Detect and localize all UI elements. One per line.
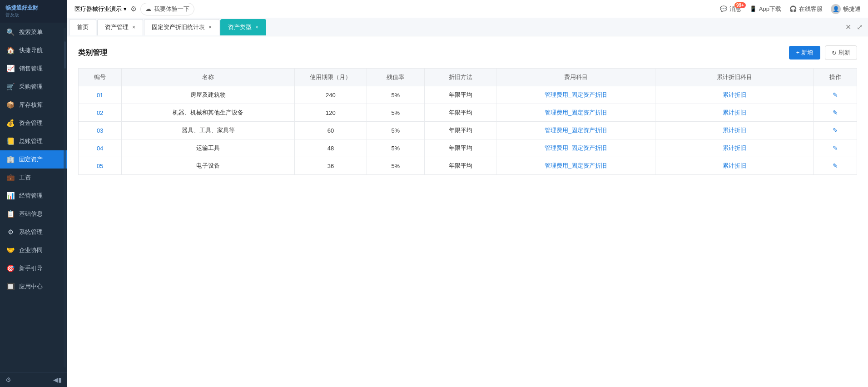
message-badge: 99+	[734, 2, 746, 8]
sidebar-item-基础信息[interactable]: 📋 基础信息	[0, 205, 67, 223]
settings-icon[interactable]: ⚙	[5, 376, 11, 383]
edit-icon-2[interactable]: ✎	[833, 127, 838, 134]
sidebar-item-快捷导航[interactable]: 🏠 快捷导航	[0, 41, 67, 60]
sidebar-item-企业协同[interactable]: 🤝 企业协同	[0, 241, 67, 259]
cell-action-4: ✎	[813, 157, 857, 175]
sidebar-item-库存核算[interactable]: 📦 库存核算	[0, 96, 67, 114]
tab-close-all-icon[interactable]: ✕	[843, 21, 853, 33]
tab-asset-type-close-icon[interactable]: ×	[255, 24, 258, 30]
cell-accumulated-4: 累计折旧	[655, 157, 813, 175]
experience-button[interactable]: ☁ 我要体验一下	[140, 3, 194, 15]
tab-asset-management[interactable]: 资产管理 ×	[97, 19, 143, 35]
table-row: 05 电子设备 36 5% 年限平均 管理费用_固定资产折旧 累计折旧 ✎	[79, 157, 857, 175]
topbar-app-download[interactable]: 📱 App下载	[749, 5, 781, 13]
cell-action-3: ✎	[813, 139, 857, 157]
cell-accumulated-1: 累计折旧	[655, 104, 813, 122]
cell-method-2: 年限平均	[424, 122, 496, 139]
edit-icon-0[interactable]: ✎	[833, 91, 838, 99]
sidebar-scrollbar-thumb	[64, 41, 66, 69]
sidebar-label-0: 搜索菜单	[19, 28, 43, 36]
dropdown-arrow-icon: ▾	[124, 5, 127, 12]
sidebar-item-工资[interactable]: 💼 工资	[0, 169, 67, 187]
topbar-left: 医疗器械行业演示 ▾ ⚙ ☁ 我要体验一下	[74, 3, 194, 15]
cell-method-0: 年限平均	[424, 86, 496, 104]
refresh-label: 刷新	[838, 49, 850, 57]
sidebar-label-2: 销售管理	[19, 64, 43, 73]
sidebar-label-8: 工资	[19, 174, 31, 182]
cell-name-1: 机器、机械和其他生产设备	[122, 104, 295, 122]
cell-action-0: ✎	[813, 86, 857, 104]
sidebar-nav: 🔍 搜索菜单 🏠 快捷导航 📈 销售管理 🛒 采购管理 📦 库存核算 💰 资金管…	[0, 23, 67, 372]
cell-code-4: 05	[79, 157, 122, 175]
col-accumulated: 累计折旧科目	[655, 69, 813, 86]
collapse-icon[interactable]: ◀▮	[53, 376, 62, 383]
sidebar-icon-3: 🛒	[6, 83, 15, 91]
sidebar-icon-1: 🏠	[6, 46, 15, 55]
cell-expense-3: 管理费用_固定资产折旧	[496, 139, 655, 157]
cell-residual-3: 5%	[367, 139, 424, 157]
sidebar-item-新手引导[interactable]: 🎯 新手引导	[0, 259, 67, 278]
sidebar-label-4: 库存核算	[19, 101, 43, 109]
sidebar-item-固定资产[interactable]: 🏢 固定资产	[0, 150, 67, 169]
col-period: 使用期限（月）	[295, 69, 367, 86]
col-residual: 残值率	[367, 69, 424, 86]
table-body: 01 房屋及建筑物 240 5% 年限平均 管理费用_固定资产折旧 累计折旧 ✎…	[79, 86, 857, 175]
sidebar-icon-8: 💼	[6, 174, 15, 182]
sidebar-item-系统管理[interactable]: ⚙ 系统管理	[0, 223, 67, 241]
company-selector[interactable]: 医疗器械行业演示 ▾	[74, 5, 127, 13]
refresh-button[interactable]: ↻ 刷新	[825, 45, 857, 60]
edit-icon-3[interactable]: ✎	[833, 144, 838, 152]
sidebar-logo: 畅捷通好业财 普及版	[5, 5, 38, 18]
main-area: 医疗器械行业演示 ▾ ⚙ ☁ 我要体验一下 💬 消息 99+ 📱 App下载 🎧…	[67, 0, 868, 387]
page-title: 类别管理	[78, 48, 107, 58]
app-name: 畅捷通好业财	[5, 5, 38, 12]
content-area: 类别管理 + 新增 ↻ 刷新 编号 名称 使用期限（月） 残值率 折旧方法 费用…	[67, 36, 868, 387]
cell-action-1: ✎	[813, 104, 857, 122]
table-row: 02 机器、机械和其他生产设备 120 5% 年限平均 管理费用_固定资产折旧 …	[79, 104, 857, 122]
cell-accumulated-0: 累计折旧	[655, 86, 813, 104]
tab-asset-type[interactable]: 资产类型 ×	[220, 19, 266, 35]
sidebar-item-资金管理[interactable]: 💰 资金管理	[0, 114, 67, 132]
experience-label: 我要体验一下	[154, 5, 189, 13]
tab-home[interactable]: 首页	[69, 19, 96, 35]
edit-icon-4[interactable]: ✎	[833, 162, 838, 169]
cloud-icon: ☁	[145, 5, 151, 12]
message-icon: 💬	[720, 5, 727, 12]
sidebar-item-销售管理[interactable]: 📈 销售管理	[0, 60, 67, 78]
cell-method-4: 年限平均	[424, 157, 496, 175]
tab-asset-management-label: 资产管理	[105, 23, 129, 31]
topbar-settings-icon[interactable]: ⚙	[130, 5, 137, 13]
edit-icon-1[interactable]: ✎	[833, 109, 838, 116]
cell-method-1: 年限平均	[424, 104, 496, 122]
sidebar-label-1: 快捷导航	[19, 46, 43, 55]
tab-asset-management-close-icon[interactable]: ×	[132, 24, 135, 30]
cell-expense-4: 管理费用_固定资产折旧	[496, 157, 655, 175]
cell-accumulated-3: 累计折旧	[655, 139, 813, 157]
sidebar-item-经营管理[interactable]: 📊 经营管理	[0, 187, 67, 205]
cell-accumulated-2: 累计折旧	[655, 122, 813, 139]
tab-expand-icon[interactable]: ⤢	[855, 21, 864, 33]
sidebar-item-应用中心[interactable]: 🔲 应用中心	[0, 278, 67, 296]
cell-residual-0: 5%	[367, 86, 424, 104]
tab-depreciation-statistics-close-icon[interactable]: ×	[208, 24, 212, 30]
tab-depreciation-statistics[interactable]: 固定资产折旧统计表 ×	[144, 19, 219, 35]
cell-period-4: 36	[295, 157, 367, 175]
cell-code-3: 04	[79, 139, 122, 157]
user-avatar-icon: 👤	[831, 4, 841, 14]
sidebar-label-14: 应用中心	[19, 283, 43, 291]
topbar-user[interactable]: 👤 畅捷通	[831, 4, 861, 14]
new-button[interactable]: + 新增	[789, 46, 820, 60]
topbar-message[interactable]: 💬 消息 99+	[720, 5, 741, 13]
topbar-customer-service[interactable]: 🎧 在线客服	[789, 5, 823, 13]
company-name: 医疗器械行业演示	[74, 5, 122, 13]
cell-action-2: ✎	[813, 122, 857, 139]
sidebar-item-搜索菜单[interactable]: 🔍 搜索菜单	[0, 23, 67, 41]
sidebar-icon-7: 🏢	[6, 155, 15, 164]
sidebar-icon-10: 📋	[6, 210, 15, 218]
sidebar-item-采购管理[interactable]: 🛒 采购管理	[0, 78, 67, 96]
tabs-right: ✕ ⤢	[843, 21, 868, 33]
cell-period-1: 120	[295, 104, 367, 122]
sidebar-icon-9: 📊	[6, 192, 15, 200]
sidebar-item-总账管理[interactable]: 📒 总账管理	[0, 132, 67, 150]
refresh-icon: ↻	[832, 50, 837, 56]
